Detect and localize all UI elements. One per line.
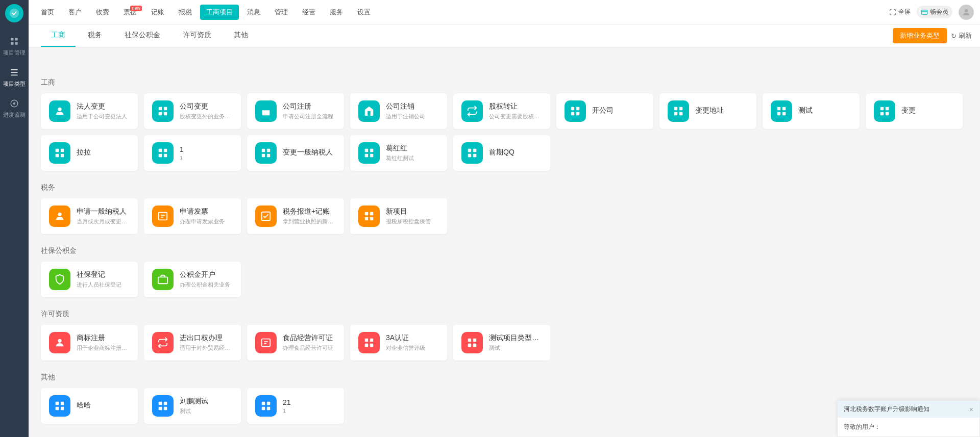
- nav-message[interactable]: 消息: [241, 5, 266, 20]
- card-test-type[interactable]: 测试项目类型自定义 测试: [453, 325, 550, 361]
- notification-body: 尊敬的用户：: [838, 418, 979, 436]
- nav-service[interactable]: 服务: [324, 5, 349, 20]
- nav-accounting[interactable]: 记账: [145, 5, 170, 20]
- card-haha[interactable]: 哈哈: [41, 388, 138, 424]
- card-equity-transfer[interactable]: 股权转让 公司变更需要股权转让: [453, 93, 550, 129]
- card-trademark[interactable]: 商标注册 用于企业商标注册服务: [41, 325, 138, 361]
- svg-rect-30: [886, 107, 889, 110]
- section-title-social: 社保公积金: [41, 246, 968, 255]
- card-test[interactable]: 测试: [763, 93, 860, 129]
- svg-rect-19: [571, 112, 574, 115]
- sidebar-item-progress[interactable]: 进度监测: [0, 93, 29, 124]
- svg-rect-42: [267, 149, 270, 152]
- tab-other[interactable]: 其他: [224, 24, 258, 47]
- nav-industry[interactable]: 工商项目: [200, 5, 239, 20]
- section-social: 社保公积金 社保登记 进行人员社保登记 公积金开户: [41, 246, 968, 297]
- card-change-address[interactable]: 变更地址: [659, 93, 756, 129]
- tab-industry[interactable]: 工商: [41, 24, 76, 47]
- svg-rect-2: [11, 42, 13, 45]
- card-icon-food-license: [255, 332, 277, 353]
- svg-rect-86: [267, 407, 270, 410]
- card-title-import-export: 进出口权办理: [180, 333, 233, 343]
- card-social-register[interactable]: 社保登记 进行人员社保登记: [41, 262, 138, 297]
- card-icon-one: [152, 142, 174, 164]
- svg-rect-21: [674, 107, 677, 110]
- card-liupeng[interactable]: 刘鹏测试 测试: [144, 388, 241, 424]
- svg-rect-84: [267, 402, 270, 405]
- nav-home[interactable]: 首页: [35, 5, 60, 20]
- card-change-taxpayer[interactable]: 变更一般纳税人: [247, 135, 344, 171]
- nav-tax[interactable]: 报税: [173, 5, 198, 20]
- svg-rect-51: [468, 154, 471, 157]
- refresh-button[interactable]: ↻ 刷新: [951, 31, 972, 40]
- card-title-social-register: 社保登记: [77, 270, 130, 279]
- card-import-export[interactable]: 进出口权办理 适用于对外贸易经营者: [144, 325, 241, 361]
- card-one[interactable]: 1 1: [144, 135, 241, 171]
- card-legal-change[interactable]: 法人变更 适用于公司变更法人: [41, 93, 138, 129]
- svg-rect-64: [262, 339, 271, 347]
- card-lala[interactable]: 拉拉: [41, 135, 138, 171]
- nav-settings[interactable]: 设置: [351, 5, 377, 20]
- svg-rect-14: [159, 112, 162, 115]
- card-title-change-address: 变更地址: [695, 106, 748, 115]
- svg-rect-44: [267, 154, 270, 157]
- card-company-register[interactable]: 公司注册 申请公司注册全流程: [247, 93, 344, 129]
- card-title-company-cancel: 公司注销: [386, 102, 439, 111]
- card-sub-company-cancel: 适用于注销公司: [386, 113, 439, 120]
- tab-license[interactable]: 许可资质: [173, 24, 222, 47]
- svg-rect-32: [886, 112, 889, 115]
- card-apply-invoice[interactable]: 申请发票 办理申请发票业务: [144, 198, 241, 234]
- card-previous-qq[interactable]: 前期QQ: [453, 135, 550, 171]
- svg-rect-23: [674, 112, 677, 115]
- card-twenty-one[interactable]: 21 1: [247, 388, 344, 424]
- svg-rect-83: [262, 402, 265, 405]
- card-icon-trademark: [49, 332, 70, 353]
- sidebar-item-project-type[interactable]: 项目类型: [0, 62, 29, 93]
- card-title-company-register: 公司注册: [283, 102, 336, 111]
- card-company-change[interactable]: 公司变更 股权变更外的业务变更: [144, 93, 241, 129]
- tab-tax[interactable]: 税务: [78, 24, 112, 47]
- sidebar-label-project-manage: 项目管理: [3, 49, 26, 57]
- tab-social[interactable]: 社保公积金: [114, 24, 170, 47]
- card-tax-report-accounting[interactable]: 税务报道+记账 拿到营业执照的新公司: [247, 198, 344, 234]
- svg-rect-35: [56, 154, 59, 157]
- card-fund-account[interactable]: 公积金开户 办理公积金相关业务: [144, 262, 241, 297]
- card-sub-company-change: 股权变更外的业务变更: [180, 113, 233, 120]
- card-sub-apply-invoice: 办理申请发票业务: [180, 218, 233, 225]
- card-3a-cert[interactable]: 3A认证 对企业信誉评级: [350, 325, 447, 361]
- card-mahonghong[interactable]: 葛红红 葛红红测试: [350, 135, 447, 171]
- refresh-icon: ↻: [951, 32, 957, 40]
- card-open-company[interactable]: 开公司: [556, 93, 653, 129]
- sidebar-item-project-manage[interactable]: 项目管理: [0, 31, 29, 62]
- card-sub-legal-change: 适用于公司变更法人: [77, 113, 130, 120]
- card-icon-apply-taxpayer: [49, 205, 70, 227]
- card-title-haha: 哈哈: [77, 401, 130, 410]
- nav-collection[interactable]: 收费: [90, 5, 115, 20]
- new-type-button[interactable]: 新增业务类型: [893, 28, 947, 43]
- nav-operation[interactable]: 经营: [296, 5, 322, 20]
- fullscreen-button[interactable]: 全屏: [889, 8, 911, 16]
- card-icon-liupeng: [152, 395, 174, 417]
- card-title-equity-transfer: 股权转让: [489, 102, 542, 111]
- svg-rect-85: [262, 407, 265, 410]
- nav-customer[interactable]: 客户: [62, 5, 88, 20]
- avatar[interactable]: [959, 5, 974, 20]
- card-title-apply-taxpayer: 申请一般纳税人: [77, 207, 130, 216]
- card-sub-liupeng: 测试: [180, 407, 233, 415]
- card-new-project[interactable]: 新项目 报税加税控盘保管: [350, 198, 447, 234]
- cards-other: 哈哈 刘鹏测试 测试: [41, 388, 968, 424]
- svg-rect-77: [56, 407, 59, 410]
- card-sub-equity-transfer: 公司变更需要股权转让: [489, 113, 542, 120]
- card-change[interactable]: 变更: [866, 93, 963, 129]
- card-food-license[interactable]: 食品经营许可证 办理食品经营许可证: [247, 325, 344, 361]
- svg-rect-12: [159, 107, 162, 110]
- nav-management[interactable]: 管理: [268, 5, 294, 20]
- card-apply-taxpayer[interactable]: 申请一般纳税人 当月或次月成变更完成: [41, 198, 138, 234]
- section-industry: 工商 法人变更 适用于公司变更法人: [41, 78, 968, 171]
- notification-close-button[interactable]: ×: [969, 405, 973, 414]
- svg-rect-60: [365, 217, 368, 220]
- member-button[interactable]: 畅会员: [917, 6, 952, 18]
- nav-invoice[interactable]: 票据 new: [117, 5, 143, 20]
- card-company-cancel[interactable]: 公司注销 适用于注销公司: [350, 93, 447, 129]
- card-sub-social-register: 进行人员社保登记: [77, 281, 130, 289]
